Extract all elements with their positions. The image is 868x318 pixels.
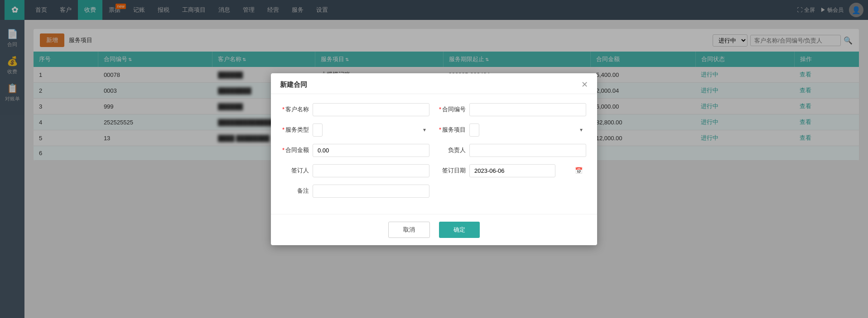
input-contract-no[interactable] [469, 103, 586, 116]
select-wrapper-service-item [469, 123, 586, 137]
required-star: * [282, 106, 285, 113]
label-sign-date: 签订日期 [439, 166, 466, 175]
calendar-icon: 📅 [575, 167, 583, 174]
label-responsible: 负责人 [439, 146, 466, 154]
form-group-service-type: *服务类型 [282, 123, 429, 137]
label-signer: 签订人 [282, 166, 309, 175]
form-group-responsible: 负责人 [439, 144, 586, 157]
form-group-signer: 签订人 [282, 164, 429, 177]
required-star-4: * [439, 126, 441, 133]
input-sign-date[interactable] [469, 164, 555, 177]
modal-header: 新建合同 ✕ [271, 73, 597, 94]
form-group-remark: 备注 [282, 185, 429, 198]
form-row-1: *客户名称 *合同编号 [282, 103, 586, 116]
label-contract-no: *合同编号 [439, 105, 466, 114]
input-amount[interactable] [313, 144, 429, 157]
form-row-4: 签订人 签订日期 📅 [282, 164, 586, 177]
input-remark[interactable] [313, 185, 429, 198]
select-service-item[interactable] [469, 123, 479, 137]
input-customer-name[interactable] [313, 103, 429, 116]
label-remark: 备注 [282, 187, 309, 195]
label-customer-name: *客户名称 [282, 105, 309, 114]
confirm-button[interactable]: 确定 [439, 222, 480, 238]
modal-footer: 取消 确定 [271, 214, 597, 245]
date-wrapper: 📅 [469, 164, 586, 177]
label-service-item: *服务项目 [439, 126, 466, 134]
select-service-type[interactable] [313, 123, 323, 137]
cancel-button[interactable]: 取消 [388, 222, 430, 238]
input-signer[interactable] [313, 164, 429, 177]
new-contract-modal: 新建合同 ✕ *客户名称 *合同编号 [271, 73, 597, 245]
modal-body: *客户名称 *合同编号 *服务类型 [271, 94, 597, 214]
label-service-type: *服务类型 [282, 126, 309, 134]
form-group-sign-date: 签订日期 📅 [439, 164, 586, 177]
form-group-customer-name: *客户名称 [282, 103, 429, 116]
required-star-3: * [282, 126, 285, 133]
modal-title: 新建合同 [280, 81, 307, 89]
form-row-5: 备注 [282, 185, 586, 198]
modal-overlay: 新建合同 ✕ *客户名称 *合同编号 [0, 0, 868, 318]
required-star-5: * [282, 147, 285, 153]
form-row-2: *服务类型 *服务项目 [282, 123, 586, 137]
form-group-contract-no: *合同编号 [439, 103, 586, 116]
form-group-service-item: *服务项目 [439, 123, 586, 137]
input-responsible[interactable] [469, 144, 586, 157]
label-amount: *合同金额 [282, 146, 309, 154]
required-star-2: * [439, 106, 441, 113]
form-row-3: *合同金额 负责人 [282, 144, 586, 157]
form-group-amount: *合同金额 [282, 144, 429, 157]
modal-close-button[interactable]: ✕ [581, 81, 588, 89]
select-wrapper-service-type [313, 123, 429, 137]
